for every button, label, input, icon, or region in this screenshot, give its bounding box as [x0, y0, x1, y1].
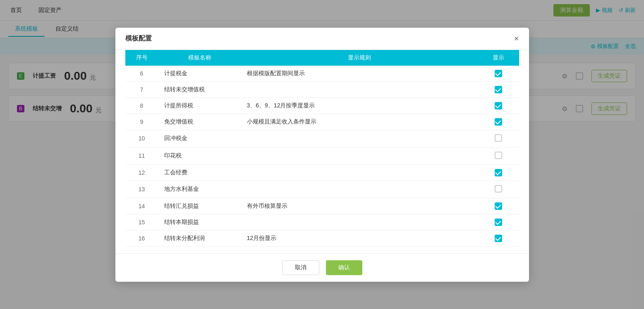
row-name: 工会经费: [158, 164, 241, 181]
row-name: 结转本期损益: [158, 214, 241, 230]
row-id: 10: [125, 130, 158, 147]
row-checkbox[interactable]: [495, 102, 502, 109]
row-id: 11: [125, 147, 158, 164]
row-name: 免交增值税: [158, 114, 241, 130]
row-rule: [241, 130, 478, 147]
row-checkbox-cell: [478, 130, 519, 147]
row-checkbox-cell: [478, 97, 519, 114]
row-rule: 根据模版配置期间显示: [241, 66, 478, 82]
table-row: 7结转未交增值税: [125, 81, 519, 97]
col-header-show: 显示: [478, 50, 519, 66]
modal-close-button[interactable]: ×: [514, 34, 519, 43]
row-rule: [241, 81, 478, 97]
cancel-button[interactable]: 取消: [282, 260, 319, 275]
table-row: 14结转汇兑损益有外币核算显示: [125, 198, 519, 214]
row-checkbox[interactable]: [495, 169, 502, 176]
row-id: 13: [125, 181, 158, 198]
row-checkbox-cell: [478, 81, 519, 97]
modal-template-config: 模板配置 × 序号 模板名称 显示规则 显示 6计提税金根据模版配置期间显示7结…: [115, 28, 529, 282]
row-checkbox[interactable]: [495, 202, 502, 210]
col-header-name: 模板名称: [158, 50, 241, 66]
modal-overlay: 模板配置 × 序号 模板名称 显示规则 显示 6计提税金根据模版配置期间显示7结…: [0, 0, 644, 309]
row-checkbox-cell: [478, 198, 519, 214]
row-id: 15: [125, 214, 158, 230]
row-name: 计提税金: [158, 66, 241, 82]
modal-title: 模板配置: [125, 34, 152, 43]
row-checkbox[interactable]: [495, 152, 502, 159]
table-row: 13地方水利基金: [125, 181, 519, 198]
row-name: 结转未交增值税: [158, 81, 241, 97]
row-checkbox-cell: [478, 147, 519, 164]
row-id: 14: [125, 198, 158, 214]
row-checkbox[interactable]: [495, 235, 502, 242]
row-name: 计提所得税: [158, 97, 241, 114]
row-rule: 12月份显示: [241, 230, 478, 246]
row-checkbox-cell: [478, 230, 519, 246]
row-checkbox[interactable]: [495, 86, 502, 93]
row-checkbox-cell: [478, 164, 519, 181]
confirm-button[interactable]: 确认: [326, 260, 362, 275]
row-id: 9: [125, 114, 158, 130]
row-rule: 3、6、9、12月按季度显示: [241, 97, 478, 114]
table-row: 12工会经费: [125, 164, 519, 181]
table-row: 15结转本期损益: [125, 214, 519, 230]
row-name: 回冲税金: [158, 130, 241, 147]
table-row: 10回冲税金: [125, 130, 519, 147]
row-checkbox[interactable]: [495, 219, 502, 226]
row-name: 结转未分配利润: [158, 230, 241, 246]
table-row: 9免交增值税小规模且满足收入条件显示: [125, 114, 519, 130]
table-row: 16结转未分配利润12月份显示: [125, 230, 519, 246]
col-header-rule: 显示规则: [241, 50, 478, 66]
row-id: 8: [125, 97, 158, 114]
row-id: 6: [125, 66, 158, 82]
row-rule: 小规模且满足收入条件显示: [241, 114, 478, 130]
row-name: 结转汇兑损益: [158, 198, 241, 214]
table-row: 8计提所得税3、6、9、12月按季度显示: [125, 97, 519, 114]
row-id: 16: [125, 230, 158, 246]
row-checkbox[interactable]: [495, 70, 502, 77]
row-id: 12: [125, 164, 158, 181]
row-id: 7: [125, 81, 158, 97]
modal-header: 模板配置 ×: [115, 28, 529, 50]
row-checkbox-cell: [478, 66, 519, 82]
row-checkbox[interactable]: [495, 134, 502, 142]
table-row: 6计提税金根据模版配置期间显示: [125, 66, 519, 82]
row-checkbox[interactable]: [495, 118, 502, 126]
config-table: 序号 模板名称 显示规则 显示 6计提税金根据模版配置期间显示7结转未交增值税8…: [125, 50, 519, 247]
col-header-id: 序号: [125, 50, 158, 66]
row-checkbox-cell: [478, 214, 519, 230]
table-row: 11印花税: [125, 147, 519, 164]
row-rule: [241, 181, 478, 198]
row-name: 地方水利基金: [158, 181, 241, 198]
modal-body: 序号 模板名称 显示规则 显示 6计提税金根据模版配置期间显示7结转未交增值税8…: [115, 50, 529, 253]
modal-footer: 取消 确认: [115, 253, 529, 282]
row-rule: [241, 214, 478, 230]
row-checkbox-cell: [478, 114, 519, 130]
row-checkbox-cell: [478, 181, 519, 198]
row-checkbox[interactable]: [495, 185, 502, 193]
row-rule: [241, 164, 478, 181]
row-name: 印花税: [158, 147, 241, 164]
row-rule: 有外币核算显示: [241, 198, 478, 214]
row-rule: [241, 147, 478, 164]
